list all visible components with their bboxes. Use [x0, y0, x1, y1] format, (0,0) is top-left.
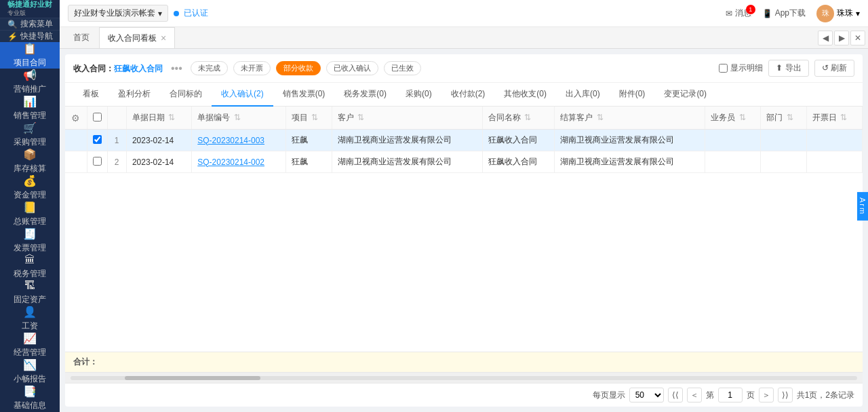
sort-icon: ⇅ — [840, 113, 847, 122]
sidebar-item-hr[interactable]: 👤 工资 — [0, 305, 60, 332]
refresh-button[interactable]: ↺ 刷新 — [814, 60, 854, 77]
tab-close-icon[interactable]: ✕ — [850, 31, 865, 45]
sidebar-item-fixed[interactable]: 🏗 固定资产 — [0, 280, 60, 305]
show-detail-checkbox[interactable] — [719, 64, 728, 73]
row-check-cell[interactable] — [87, 130, 107, 151]
sidebar-item-general[interactable]: 📒 总账管理 — [0, 201, 60, 227]
status-effective[interactable]: 已生效 — [384, 61, 421, 75]
sidebar-search[interactable]: 🔍 搜索菜单 — [0, 18, 60, 30]
export-button[interactable]: ⬆ 导出 — [768, 60, 808, 77]
tab-kanban[interactable]: 看板 — [73, 83, 108, 107]
sort-icon: ⇅ — [234, 113, 241, 122]
app-download-button[interactable]: 📱 App下载 — [762, 7, 806, 19]
total-info: 共1页，2条记录 — [797, 390, 854, 401]
tab-next-icon[interactable]: ▶ — [834, 31, 849, 45]
next-page-button[interactable]: ＞ — [759, 388, 774, 402]
status-uninvoiced[interactable]: 未开票 — [233, 61, 271, 75]
tab-prev-icon[interactable]: ◀ — [818, 31, 833, 45]
page-number-input[interactable] — [718, 388, 743, 402]
row-date-cell: 2023-02-14 — [126, 151, 191, 173]
tab-attachments[interactable]: 附件(0) — [610, 83, 655, 107]
tab-contract-board[interactable]: 收入合同看板 × — [99, 27, 175, 48]
last-page-button[interactable]: ⟩⟩ — [778, 388, 793, 402]
prev-page-button[interactable]: ＜ — [687, 388, 702, 402]
sort-icon: ⇅ — [739, 113, 746, 122]
sidebar-item-purchase[interactable]: 🛒 采购管理 — [0, 121, 60, 148]
page-label-suffix: 页 — [747, 390, 755, 401]
total-label: 合计： — [73, 356, 98, 368]
column-date[interactable]: 单据日期 ⇅ — [126, 107, 191, 130]
column-contract-name[interactable]: 合同名称 ⇅ — [482, 107, 555, 130]
sidebar-item-tax[interactable]: 🏛 税务管理 — [0, 254, 60, 280]
column-order-no[interactable]: 单据编号 ⇅ — [192, 107, 286, 130]
sidebar-item-marketing[interactable]: 📢 营销推广 — [0, 69, 60, 95]
close-tab-icon[interactable]: × — [161, 33, 166, 43]
row-checkbox[interactable] — [93, 157, 102, 166]
export-icon: ⬆ — [776, 63, 783, 73]
sidebar-item-report[interactable]: 📉 小畅报告 — [0, 358, 60, 385]
row-date-cell: 2023-02-14 — [126, 130, 191, 151]
sidebar-quick-nav[interactable]: ⚡ 快捷导航 — [0, 30, 60, 42]
sidebar-item-sales[interactable]: 📊 销售管理 — [0, 95, 60, 121]
tab-change-log[interactable]: 变更记录(0) — [654, 83, 716, 107]
message-count-badge: 1 — [746, 5, 755, 14]
sidebar-item-invoice[interactable]: 🧾 发票管理 — [0, 227, 60, 254]
sidebar-item-funds[interactable]: 💰 资金管理 — [0, 174, 60, 201]
first-page-button[interactable]: ⟨⟨ — [668, 388, 683, 402]
scroll-thumb[interactable] — [125, 376, 260, 380]
row-order-no-cell[interactable]: SQ-20230214-002 — [192, 151, 286, 173]
message-button[interactable]: ✉ 消息 1 — [726, 7, 751, 19]
sidebar-item-basic[interactable]: 📑 基础信息 — [0, 385, 60, 411]
column-salesperson[interactable]: 业务员 ⇅ — [705, 107, 761, 130]
header-actions: 显示明细 ⬆ 导出 ↺ 刷新 — [719, 60, 854, 77]
column-project[interactable]: 项目 ⇅ — [286, 107, 332, 130]
user-menu[interactable]: 珠 珠珠 ▾ — [816, 5, 860, 22]
export-label: 导出 — [785, 63, 802, 73]
row-project-cell: 狂飙 — [286, 130, 332, 151]
tab-profit[interactable]: 盈利分析 — [108, 83, 160, 107]
tab-warehouse[interactable]: 出入库(0) — [556, 83, 610, 107]
column-dept[interactable]: 部门 ⇅ — [761, 107, 807, 130]
table-row[interactable]: 2 2023-02-14 SQ-20230214-002 狂飙 湖南卫视商业运营… — [65, 151, 863, 173]
table-container[interactable]: ⚙ 单据日期 ⇅ 单据编号 ⇅ 项目 ⇅ 客户 ⇅ 合同名称 ⇅ 结算客户 ⇅ … — [65, 107, 863, 352]
show-detail-checkbox-label[interactable]: 显示明细 — [719, 62, 763, 74]
settings-icon[interactable]: ⚙ — [71, 113, 80, 124]
row-customer-cell: 湖南卫视商业运营发展有限公司 — [332, 151, 482, 173]
tab-other-income[interactable]: 其他收支(0) — [494, 83, 556, 107]
row-customer-cell: 湖南卫视商业运营发展有限公司 — [332, 130, 482, 151]
arm-float-button[interactable]: Arm — [857, 191, 868, 220]
horizontal-scrollbar[interactable] — [65, 372, 863, 383]
fixed-icon: 🏗 — [24, 280, 35, 292]
order-no-link[interactable]: SQ-20230214-002 — [197, 157, 264, 167]
tab-confirm[interactable]: 收入确认(2) — [212, 83, 273, 107]
more-options-icon[interactable]: ••• — [168, 62, 185, 75]
company-selector[interactable]: 好业财专业版演示帐套 ▾ — [68, 5, 168, 22]
tab-contract-label[interactable]: 合同标的 — [160, 83, 212, 107]
tab-tax-invoice[interactable]: 税务发票(0) — [334, 83, 396, 107]
page-title: 收入合同：狂飙收入合同 — [73, 62, 163, 75]
tab-payment[interactable]: 收付款(2) — [441, 83, 495, 107]
sidebar-item-mgmt[interactable]: 📈 经营管理 — [0, 332, 60, 358]
select-all-checkbox[interactable] — [93, 113, 102, 121]
row-check-cell[interactable] — [87, 151, 107, 173]
column-customer[interactable]: 客户 ⇅ — [332, 107, 482, 130]
tab-home[interactable]: 首页 — [65, 27, 98, 48]
per-page-select[interactable]: 20 50 100 — [629, 388, 664, 402]
column-settle-customer[interactable]: 结算客户 ⇅ — [555, 107, 705, 130]
table-row[interactable]: 1 2023-02-14 SQ-20230214-003 狂飙 湖南卫视商业运营… — [65, 130, 863, 151]
tab-purchase[interactable]: 采购(0) — [396, 83, 441, 107]
tab-sales-invoice[interactable]: 销售发票(0) — [273, 83, 335, 107]
scroll-track[interactable] — [71, 376, 857, 380]
row-order-no-cell[interactable]: SQ-20230214-003 — [192, 130, 286, 151]
column-settings[interactable]: ⚙ — [65, 107, 87, 130]
sidebar-item-project[interactable]: 📋 项目合同 — [0, 42, 60, 69]
sidebar-item-label: 基础信息 — [14, 400, 46, 411]
status-incomplete[interactable]: 未完成 — [191, 61, 228, 75]
logo-sub-text: 专业版 — [7, 9, 52, 18]
status-confirmed[interactable]: 已收入确认 — [326, 61, 378, 75]
order-no-link[interactable]: SQ-20230214-003 — [197, 136, 264, 145]
sidebar-item-inventory[interactable]: 📦 库存核算 — [0, 148, 60, 174]
status-partial[interactable]: 部分收款 — [276, 61, 321, 75]
row-checkbox[interactable] — [93, 135, 102, 144]
column-invoice-date[interactable]: 开票日 ⇅ — [806, 107, 862, 130]
